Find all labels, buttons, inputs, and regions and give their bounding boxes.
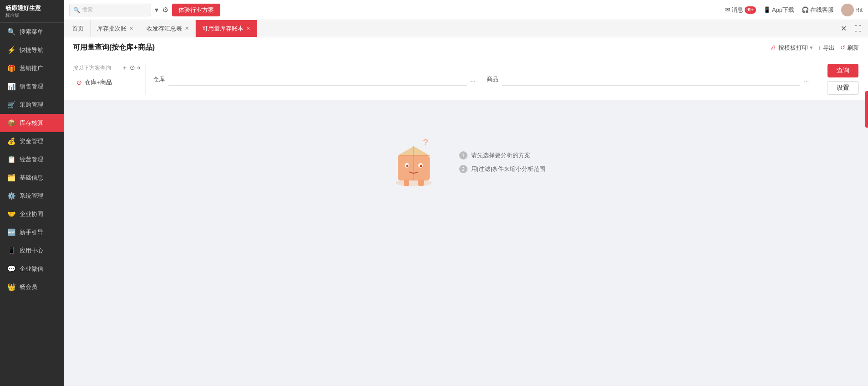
tab-home[interactable]: 首页 xyxy=(66,20,91,37)
sidebar-item-member[interactable]: 👑 畅会员 xyxy=(0,278,64,296)
handshake-icon: 🤝 xyxy=(7,210,16,218)
sidebar-item-label: 采购管理 xyxy=(20,101,43,109)
refresh-button[interactable]: ↺ 刷新 xyxy=(840,44,859,52)
tab-summary-table[interactable]: 收发存汇总表 ✕ xyxy=(140,20,196,37)
right-accent-bar xyxy=(865,91,868,128)
hint-num-1: 1 xyxy=(459,151,467,160)
svg-point-7 xyxy=(406,165,408,167)
sidebar-item-label: 资金管理 xyxy=(20,137,43,145)
sidebar-item-guide[interactable]: 🆕 新手引导 xyxy=(0,223,64,242)
logo-sub: 标准版 xyxy=(5,12,58,19)
tab-close-icon[interactable]: ✕ xyxy=(246,26,250,31)
hint-num-2: 2 xyxy=(459,165,467,173)
filter-scheme-sidebar: 按以下方案查询 ＋ ⊙ « ⊙ 仓库+商品 xyxy=(73,64,146,95)
sidebar-item-cooperation[interactable]: 🤝 企业协同 xyxy=(0,205,64,223)
app-download-button[interactable]: 📱 App下载 xyxy=(763,6,794,14)
sidebar-scroll: 🔍 搜索菜单 ⚡ 快捷导航 🎁 营销推广 📊 销售管理 🛒 采购管理 📦 库存核… xyxy=(0,23,64,386)
folder-icon: 🗂️ xyxy=(7,174,16,182)
user-profile[interactable]: Rit xyxy=(841,4,863,16)
svg-text:?: ? xyxy=(423,137,428,147)
sidebar-item-appstore[interactable]: 📱 应用中心 xyxy=(0,242,64,260)
goods-more-button[interactable]: ... xyxy=(804,76,809,83)
sidebar-item-label: 企业微信 xyxy=(20,265,43,273)
tabs-right: ✕ ⛶ xyxy=(837,22,868,35)
collapse-icon[interactable]: « xyxy=(137,64,141,72)
chevron-down-icon[interactable]: ▾ xyxy=(810,44,813,51)
warehouse-input[interactable] xyxy=(168,73,467,86)
warehouse-more-button[interactable]: ... xyxy=(471,76,476,83)
sidebar-item-wechat[interactable]: 💬 企业微信 xyxy=(0,260,64,278)
topbar-gear-icon[interactable]: ▾ xyxy=(155,5,158,14)
query-button[interactable]: 查询 xyxy=(827,64,858,77)
sidebar-item-finance[interactable]: 💰 资金管理 xyxy=(0,132,64,150)
sidebar-item-basic[interactable]: 🗂️ 基础信息 xyxy=(0,169,64,187)
sidebar-item-sales[interactable]: 📊 销售管理 xyxy=(0,77,64,96)
chart-icon: 📊 xyxy=(7,82,16,91)
close-tab-button[interactable]: ✕ xyxy=(837,22,850,35)
topbar-search-box[interactable]: 🔍 搜索 xyxy=(69,4,151,16)
filter-area: 按以下方案查询 ＋ ⊙ « ⊙ 仓库+商品 仓库 xyxy=(64,58,868,101)
sidebar-item-operation[interactable]: 📋 经营管理 xyxy=(0,150,64,169)
sidebar-item-label: 基础信息 xyxy=(20,174,43,182)
tab-available-inventory[interactable]: 可用量库存账本 ✕ xyxy=(196,20,257,37)
goods-filter-field: 商品 ... xyxy=(487,73,809,86)
phone-icon: 📱 xyxy=(763,6,771,13)
hint-item-2: 2 用[过滤]条件来缩小分析范围 xyxy=(459,165,545,173)
crown-icon: 👑 xyxy=(7,283,16,291)
sidebar-item-system[interactable]: ⚙️ 系统管理 xyxy=(0,187,64,205)
phone-icon: 📱 xyxy=(7,247,16,255)
online-service-button[interactable]: 🎧 在线客服 xyxy=(802,6,834,14)
print-button[interactable]: 🖨 按模板打印 ▾ xyxy=(771,44,813,52)
message-button[interactable]: ✉ 消息 99+ xyxy=(725,6,756,14)
lightning-icon: ⚡ xyxy=(7,46,16,54)
svg-rect-10 xyxy=(418,180,424,186)
page-header: 可用量查询(按仓库+商品) 🖨 按模板打印 ▾ ↑ 导出 ↺ 刷新 xyxy=(64,37,868,58)
tab-batch-account[interactable]: 库存批次账 ✕ xyxy=(91,20,140,37)
tab-label: 收发存汇总表 xyxy=(147,25,182,33)
main-area: 🔍 搜索 ▾ ⚙ 体验行业方案 ✉ 消息 99+ 📱 App下载 🎧 在线客服 xyxy=(64,0,868,386)
refresh-label: 刷新 xyxy=(847,44,859,52)
warehouse-label: 仓库 xyxy=(153,75,165,83)
export-button[interactable]: ↑ 导出 xyxy=(818,44,835,52)
sidebar-item-search[interactable]: 🔍 搜索菜单 xyxy=(0,23,64,41)
empty-state: ? 1 请先选择要分析的方案 2 用[过滤]条件来缩小分析范围 xyxy=(64,101,868,224)
setting-button[interactable]: 设置 xyxy=(827,81,859,95)
tab-label: 可用量库存账本 xyxy=(202,25,244,33)
filter-buttons: 查询 设置 xyxy=(827,64,859,95)
sidebar-item-label: 搜索菜单 xyxy=(20,28,43,36)
topbar-right: ✉ 消息 99+ 📱 App下载 🎧 在线客服 Rit xyxy=(725,4,863,16)
refresh-icon: ↺ xyxy=(840,44,845,51)
user-name: Rit xyxy=(855,6,863,13)
page-header-actions: 🖨 按模板打印 ▾ ↑ 导出 ↺ 刷新 xyxy=(771,44,859,52)
industry-solution-button[interactable]: 体验行业方案 xyxy=(172,4,220,16)
sidebar-item-marketing[interactable]: 🎁 营销推广 xyxy=(0,59,64,77)
sidebar-item-inventory[interactable]: 📦 库存核算 xyxy=(0,114,64,132)
empty-state-inner: ? 1 请先选择要分析的方案 2 用[过滤]条件来缩小分析范围 xyxy=(386,137,545,187)
scheme-item-label: 仓库+商品 xyxy=(85,78,112,87)
goods-input[interactable] xyxy=(502,73,801,86)
gift-icon: 🎁 xyxy=(7,64,16,72)
print-icon: 🖨 xyxy=(771,44,777,51)
scheme-item-warehouse-goods[interactable]: ⊙ 仓库+商品 xyxy=(73,76,141,89)
filter-scheme-title: 按以下方案查询 ＋ ⊙ « xyxy=(73,64,141,72)
hint-text-1: 请先选择要分析的方案 xyxy=(471,151,530,160)
svg-rect-9 xyxy=(404,180,409,186)
add-scheme-icon[interactable]: ＋ xyxy=(122,64,128,72)
export-icon: ↑ xyxy=(818,44,822,51)
maximize-button[interactable]: ⛶ xyxy=(852,22,864,35)
page-title: 可用量查询(按仓库+商品) xyxy=(73,43,155,52)
message-badge: 99+ xyxy=(745,6,756,14)
sidebar-item-purchase[interactable]: 🛒 采购管理 xyxy=(0,96,64,114)
chat-icon: 💬 xyxy=(7,265,16,273)
money-icon: 💰 xyxy=(7,137,16,145)
sidebar-item-label: 新手引导 xyxy=(20,228,43,237)
tab-close-icon[interactable]: ✕ xyxy=(129,26,133,31)
tab-close-icon[interactable]: ✕ xyxy=(185,26,189,31)
tabs-left: 首页 库存批次账 ✕ 收发存汇总表 ✕ 可用量库存账本 ✕ xyxy=(66,20,257,37)
cart-icon: 🛒 xyxy=(7,101,16,109)
filter-scheme-title-text: 按以下方案查询 xyxy=(73,64,111,72)
app-label: App下载 xyxy=(772,6,794,14)
sidebar-item-shortcut[interactable]: ⚡ 快捷导航 xyxy=(0,41,64,59)
edit-scheme-icon[interactable]: ⊙ xyxy=(130,64,135,72)
topbar-settings-icon[interactable]: ⚙ xyxy=(162,5,168,14)
